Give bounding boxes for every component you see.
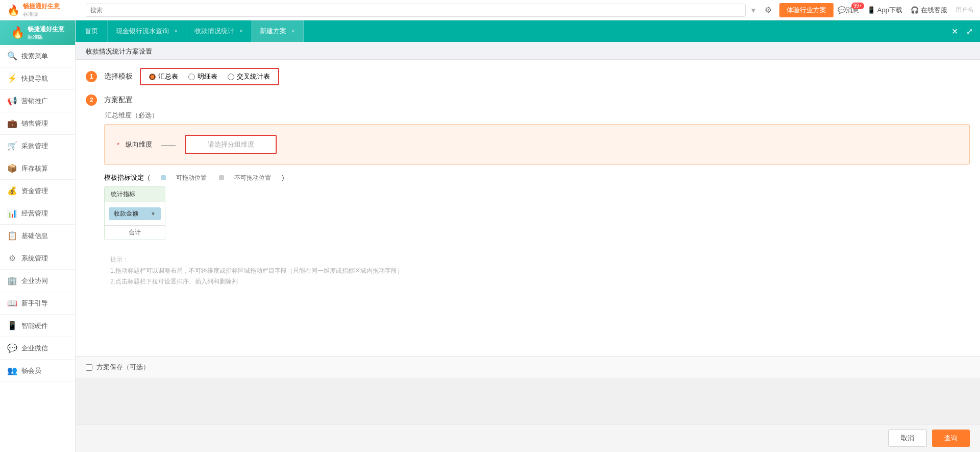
movable-legend-dot (161, 175, 166, 180)
sidebar-item-basics[interactable]: 📋 基础信息 (0, 225, 75, 247)
lightning-icon: ⚡ (7, 74, 17, 83)
save-label: 方案保存（可选） (96, 363, 150, 372)
logo-sub-text: 标准版 (23, 11, 60, 18)
fixed-legend-dot (219, 175, 224, 180)
sidebar-logo: 🔥 畅捷通好生意 标准版 (0, 20, 75, 45)
indicator-legend: 可拖动位置 不可拖动位置 (161, 174, 271, 182)
indicator-section: 模板指标设定（ 可拖动位置 不可拖动位置 ） 统计指标 (104, 173, 970, 240)
username-display: 用户名 (955, 6, 974, 14)
radio-summary-input[interactable] (149, 74, 156, 80)
hardware-icon: 📱 (7, 321, 17, 330)
sidebar-item-purchase[interactable]: 🛒 采购管理 (0, 135, 75, 157)
sidebar-item-finance[interactable]: 💰 资金管理 (0, 180, 75, 202)
tips-section: 提示： 1.拖动标题栏可以调整布局，不可跨维度或指标区域拖动栏目字段（只能在同一… (104, 250, 970, 292)
dropdown-arrow-icon[interactable]: ▼ (750, 6, 757, 14)
template-radio-group: 汇总表 明细表 交叉统计表 (140, 68, 279, 85)
cash-flow-label: 现金银行流水查询 (116, 27, 169, 36)
sidebar-item-inventory[interactable]: 📦 库存核算 (0, 157, 75, 180)
indicator-section-label: 模板指标设定（ (104, 173, 151, 182)
top-bar-right: 💬 消息 99+ 📱 App下载 🎧 在线客服 用户名 (838, 6, 974, 15)
sidebar-item-system[interactable]: ⚙ 系统管理 (0, 247, 75, 270)
sidebar-item-hardware[interactable]: 📱 智能硬件 (0, 315, 75, 337)
tip2-text: 2.点击标题栏下拉可设置排序、插入列和删除列 (110, 276, 964, 288)
sidebar-item-label-member: 畅会员 (21, 366, 41, 375)
app-download[interactable]: 📱 App下载 (867, 6, 902, 15)
sidebar-logo-main: 畅捷通好生意 (28, 25, 64, 34)
tab-maximize-icon[interactable]: ⤢ (964, 25, 975, 38)
radio-summary[interactable]: 汇总表 (149, 72, 178, 81)
breadcrumb: 收款情况统计方案设置 (76, 42, 980, 60)
vertical-dimension-label: 纵向维度 (126, 140, 152, 149)
indicator-table: 统计指标 收款金额 ▼ 合计 (104, 186, 165, 240)
tab-close-cash-flow[interactable]: × (174, 28, 178, 35)
logo-main-text: 畅捷通好生意 (23, 2, 60, 11)
sidebar: 🔥 畅捷通好生意 标准版 🔍 搜索菜单 ⚡ 快捷导航 📢 营销推广 💼 销售管理… (0, 20, 76, 452)
trial-btn[interactable]: 体验行业方案 (779, 3, 834, 17)
building-icon: 🏢 (7, 276, 17, 286)
sidebar-logo-icon: 🔥 (11, 26, 24, 39)
tab-bar: 首页 现金银行流水查询 × 收款情况统计 × 新建方案 × ✕ ⤢ (76, 20, 980, 42)
sidebar-item-label-sales: 销售管理 (21, 119, 48, 128)
indicator-header: 模板指标设定（ 可拖动位置 不可拖动位置 ） (104, 173, 970, 182)
dimension-row: * 纵向维度 —— 请选择分组维度 (117, 135, 957, 154)
sidebar-item-label-marketing: 营销推广 (21, 97, 48, 106)
dimension-required-star: * (117, 141, 119, 149)
sidebar-item-label-hardware: 智能硬件 (21, 321, 48, 330)
sidebar-item-wechat[interactable]: 💬 企业微信 (0, 337, 75, 360)
movable-label: 可拖动位置 (176, 174, 207, 182)
sidebar-item-sales[interactable]: 💼 销售管理 (0, 112, 75, 135)
messages-wrap[interactable]: 💬 消息 99+ (838, 6, 859, 15)
tab-new-plan[interactable]: 新建方案 × (252, 20, 304, 42)
sidebar-item-quicknav[interactable]: ⚡ 快捷导航 (0, 67, 75, 90)
chip-label: 收款金额 (114, 209, 138, 218)
sidebar-item-label-system: 系统管理 (21, 254, 48, 263)
dimension-panel: * 纵向维度 —— 请选择分组维度 (104, 124, 970, 165)
settings-icon[interactable]: ⚙ (761, 3, 775, 17)
dimension-select-placeholder: 请选择分组维度 (208, 140, 254, 148)
tab-collection[interactable]: 收款情况统计 × (186, 20, 252, 42)
megaphone-icon: 📢 (7, 96, 17, 106)
sidebar-item-search[interactable]: 🔍 搜索菜单 (0, 45, 75, 67)
search-input[interactable] (86, 4, 746, 17)
indicator-chip-amount[interactable]: 收款金额 ▼ (109, 207, 161, 220)
sidebar-item-operations[interactable]: 📊 经营管理 (0, 202, 75, 225)
tab-close-collection[interactable]: × (239, 28, 243, 35)
query-button[interactable]: 查询 (932, 430, 970, 447)
gear-icon: ⚙ (7, 253, 17, 263)
sidebar-item-member[interactable]: 👥 畅会员 (0, 360, 75, 382)
sidebar-item-enterprise[interactable]: 🏢 企业协同 (0, 270, 75, 292)
page-content: 收款情况统计方案设置 1 选择模板 汇总表 明细表 (76, 42, 980, 424)
radio-cross[interactable]: 交叉统计表 (228, 72, 270, 81)
sidebar-item-guide[interactable]: 📖 新手引导 (0, 292, 75, 315)
sidebar-item-marketing[interactable]: 📢 营销推广 (0, 90, 75, 112)
main-wrap: 🔥 畅捷通好生意 标准版 🔍 搜索菜单 ⚡ 快捷导航 📢 营销推广 💼 销售管理… (0, 20, 980, 452)
message-icon: 💬 (838, 6, 846, 14)
package-icon: 📦 (7, 163, 17, 173)
save-checkbox[interactable] (86, 364, 92, 371)
mobile-icon: 📱 (867, 6, 875, 14)
cart-icon: 🛒 (7, 141, 17, 151)
fixed-label: 不可拖动位置 (234, 174, 271, 182)
tab-home[interactable]: 首页 (76, 20, 108, 42)
chart-icon: 📊 (7, 208, 17, 218)
sidebar-item-label-wechat: 企业微信 (21, 344, 48, 353)
step2-badge: 2 (86, 94, 97, 106)
dimension-title: 汇总维度（必选） (104, 111, 970, 120)
tab-close-all-icon[interactable]: ✕ (949, 25, 960, 38)
tab-close-new-plan[interactable]: × (291, 28, 295, 35)
radio-detail[interactable]: 明细表 (188, 72, 217, 81)
tab-bar-left: 首页 现金银行流水查询 × 收款情况统计 × 新建方案 × (76, 20, 949, 42)
step1-label: 选择模板 (104, 72, 133, 81)
radio-detail-input[interactable] (188, 74, 195, 80)
step1-row: 1 选择模板 汇总表 明细表 交叉统计表 (86, 68, 970, 85)
cancel-button[interactable]: 取消 (888, 430, 927, 447)
step2-row: 2 方案配置 (86, 94, 970, 106)
tab-cash-flow[interactable]: 现金银行流水查询 × (108, 20, 186, 42)
radio-cross-input[interactable] (228, 74, 234, 80)
sidebar-item-label-purchase: 采购管理 (21, 141, 48, 151)
dimension-select[interactable]: 请选择分组维度 (185, 135, 277, 154)
app-download-label: App下载 (877, 6, 902, 15)
logo-area: 🔥 畅捷通好生意 标准版 (6, 2, 82, 18)
online-service[interactable]: 🎧 在线客服 (911, 6, 947, 15)
chevron-down-icon: ▼ (151, 211, 156, 217)
